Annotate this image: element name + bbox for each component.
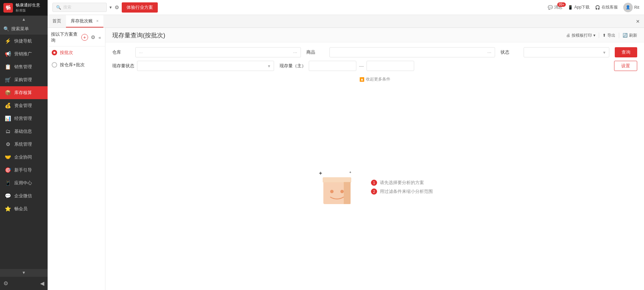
scheme-settings-btn[interactable]: ⚙ bbox=[90, 34, 96, 41]
inv-status-label: 现存量状态 bbox=[112, 63, 134, 69]
trial-btn[interactable]: 体验行业方案 bbox=[122, 2, 158, 13]
svg-text:✦: ✦ bbox=[318, 170, 323, 176]
collapse-panel-btn[interactable]: « bbox=[98, 34, 102, 41]
status-select[interactable]: ▾ bbox=[524, 47, 609, 57]
refresh-label: 刷新 bbox=[629, 33, 637, 38]
query-btn[interactable]: 查询 bbox=[615, 47, 637, 57]
sidebar-item-label: 资金管理 bbox=[14, 103, 32, 109]
sidebar-scroll-up[interactable]: ▲ bbox=[0, 16, 48, 23]
app-logo: 畅 bbox=[3, 3, 13, 13]
page-header-actions: 🖨 按模板打印 ▾ ⬆ 导出 🔄 刷新 bbox=[566, 33, 637, 38]
status-chevron-icon: ▾ bbox=[603, 50, 606, 55]
sidebar-item-member[interactable]: ⭐ 畅会员 bbox=[0, 202, 48, 215]
inv-qty-from[interactable] bbox=[309, 61, 356, 71]
svg-point-4 bbox=[340, 190, 344, 193]
warehouse-input[interactable]: ··· ··· bbox=[135, 47, 301, 57]
sidebar-item-basic[interactable]: 🗂 基础信息 bbox=[0, 125, 48, 138]
tab-close-btn[interactable]: × bbox=[96, 19, 99, 23]
footer-collapse-icon[interactable]: ◀ bbox=[40, 280, 44, 287]
inventory-icon: 📦 bbox=[5, 90, 11, 96]
inv-qty-to[interactable] bbox=[367, 61, 414, 71]
sidebar-item-quick-nav[interactable]: ⚡ 快捷导航 bbox=[0, 35, 48, 48]
sidebar-nav: 🔍 搜索菜单 ⚡ 快捷导航 📢 营销推广 📋 销售管理 🛒 采购管理 📦 库存核… bbox=[0, 23, 48, 269]
scheme-radio-filled bbox=[52, 50, 57, 55]
sidebar-item-marketing[interactable]: 📢 营销推广 bbox=[0, 48, 48, 60]
scheme-item-by-warehouse-batch[interactable]: 按仓库+批次 bbox=[48, 59, 105, 71]
add-scheme-btn[interactable]: + bbox=[81, 34, 88, 41]
collapse-bar[interactable]: 🔼 收起更多条件 bbox=[112, 74, 637, 84]
filter-group-warehouse: 仓库 ··· ··· bbox=[112, 47, 301, 57]
app-download-btn[interactable]: 📱 App下载 bbox=[568, 4, 590, 10]
left-panel-header: 按以下方案查询 + ⚙ « bbox=[48, 28, 105, 47]
hint-num-2: 2 bbox=[371, 188, 377, 195]
settings-btn[interactable]: 设置 bbox=[614, 61, 637, 71]
print-btn[interactable]: 🖨 按模板打印 ▾ bbox=[566, 33, 595, 38]
scheme-item-by-batch[interactable]: 按批次 bbox=[48, 47, 105, 59]
sidebar-header: 畅 畅康通好生意 标准版 bbox=[0, 0, 48, 16]
right-panel: 现存量查询(按批次) 🖨 按模板打印 ▾ ⬆ 导出 🔄 bbox=[105, 28, 644, 290]
topbar-search-text: 搜索 bbox=[63, 4, 71, 10]
sidebar-item-corpwechat[interactable]: 💬 企业微信 bbox=[0, 189, 48, 202]
filter-row-2: 现存量状态 ▾ 现存量（主） — bbox=[112, 61, 637, 71]
empty-state: ✦ ✦ 1 请先选择要分析的方案 2 用过滤条件来缩小分析范围 bbox=[105, 84, 644, 290]
sidebar-item-purchase[interactable]: 🛒 采购管理 bbox=[0, 73, 48, 86]
page-header: 现存量查询(按批次) 🖨 按模板打印 ▾ ⬆ 导出 🔄 bbox=[105, 28, 644, 42]
sidebar-item-label: 库存核算 bbox=[14, 90, 32, 96]
tab-batch-label: 库存批次账 bbox=[71, 18, 93, 24]
sidebar-item-label: 快捷导航 bbox=[14, 38, 32, 44]
sidebar-item-operations[interactable]: 📊 经营管理 bbox=[0, 112, 48, 125]
company-name: 畅康通好生意 bbox=[16, 3, 40, 8]
sidebar-search[interactable]: 🔍 搜索菜单 bbox=[0, 23, 48, 35]
filter-group-product: 商品 ··· bbox=[306, 47, 495, 57]
header-divider2 bbox=[619, 33, 619, 38]
sidebar-item-enterprise[interactable]: 🤝 企业协同 bbox=[0, 151, 48, 164]
tab-inventory-batch[interactable]: 库存批次账 × bbox=[66, 15, 103, 28]
scheme-label: 按仓库+批次 bbox=[60, 62, 85, 68]
sidebar-item-newbie[interactable]: 🎯 新手引导 bbox=[0, 164, 48, 177]
svg-rect-1 bbox=[323, 177, 351, 183]
warehouse-dots-icon: ··· bbox=[293, 50, 297, 55]
page-title: 现存量查询(按批次) bbox=[112, 31, 165, 39]
export-label: 导出 bbox=[607, 33, 615, 38]
online-service-label: 在线客服 bbox=[601, 4, 618, 10]
corpwechat-icon: 💬 bbox=[5, 193, 11, 199]
topbar-search-box[interactable]: 🔍 搜索 bbox=[52, 3, 107, 12]
topbar-gear-btn[interactable]: ⚙ bbox=[115, 4, 119, 11]
filter-dash: — bbox=[359, 63, 364, 69]
sidebar-item-label: 企业协同 bbox=[14, 154, 32, 160]
footer-settings-icon[interactable]: ⚙ bbox=[3, 280, 8, 287]
inv-status-select[interactable]: ▾ bbox=[137, 61, 274, 71]
system-icon: ⚙ bbox=[5, 141, 11, 147]
user-avatar[interactable]: 👤 Rit bbox=[623, 3, 639, 12]
sidebar-item-finance[interactable]: 💰 资金管理 bbox=[0, 99, 48, 112]
product-input[interactable]: ··· bbox=[329, 47, 495, 57]
warehouse-label: 仓库 bbox=[112, 49, 133, 55]
sidebar-scroll-down[interactable]: ▼ bbox=[0, 269, 48, 276]
tab-home[interactable]: 首页 bbox=[48, 15, 66, 28]
filter-row-1: 仓库 ··· ··· 商品 ··· bbox=[112, 47, 637, 57]
sidebar-item-sales[interactable]: 📋 销售管理 bbox=[0, 60, 48, 73]
sidebar-item-label: 新手引导 bbox=[14, 167, 32, 173]
header-divider bbox=[599, 33, 599, 38]
collapse-label: 收起更多条件 bbox=[366, 76, 390, 82]
tab-panel-close-btn[interactable]: ✕ bbox=[632, 16, 644, 27]
avatar: 👤 bbox=[623, 3, 633, 12]
topbar-left: 🔍 搜索 ▾ ⚙ 体验行业方案 bbox=[52, 2, 544, 13]
left-panel-title: 按以下方案查询 bbox=[51, 31, 79, 43]
topbar: 🔍 搜索 ▾ ⚙ 体验行业方案 💬 消息 99+ 📱 App下载 🎧 在线客服 bbox=[48, 0, 644, 15]
export-btn[interactable]: ⬆ 导出 bbox=[603, 33, 615, 38]
sidebar-item-system[interactable]: ⚙ 系统管理 bbox=[0, 138, 48, 151]
sidebar-item-label: 企业微信 bbox=[14, 193, 32, 199]
refresh-btn[interactable]: 🔄 刷新 bbox=[623, 33, 637, 38]
sidebar-search-label: 搜索菜单 bbox=[11, 26, 29, 32]
sidebar-item-appcenter[interactable]: 📱 应用中心 bbox=[0, 177, 48, 189]
main-area: 🔍 搜索 ▾ ⚙ 体验行业方案 💬 消息 99+ 📱 App下载 🎧 在线客服 bbox=[48, 0, 644, 290]
online-service-btn[interactable]: 🎧 在线客服 bbox=[595, 4, 618, 10]
empty-illustration: ✦ ✦ bbox=[317, 168, 357, 206]
sidebar-item-label: 采购管理 bbox=[14, 77, 32, 83]
messages-btn[interactable]: 💬 消息 99+ bbox=[548, 4, 562, 10]
topbar-dropdown-btn[interactable]: ▾ bbox=[109, 5, 112, 10]
purchase-icon: 🛒 bbox=[5, 77, 11, 83]
refresh-icon: 🔄 bbox=[623, 33, 628, 38]
sidebar-item-inventory[interactable]: 📦 库存核算 bbox=[0, 86, 48, 99]
